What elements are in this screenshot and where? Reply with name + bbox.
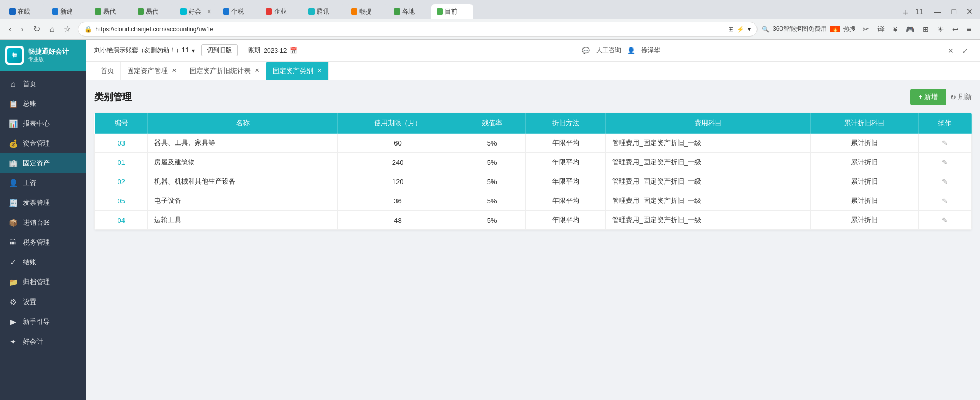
edit-cell-0[interactable]: ✎ (918, 134, 971, 153)
content-tab-close-1[interactable]: ✕ (172, 67, 177, 74)
edit-cell-2[interactable]: ✎ (918, 172, 971, 191)
switch-version-button[interactable]: 切到旧版 (201, 44, 238, 56)
sidebar-item-fixed[interactable]: 🏢 固定资产 (0, 153, 86, 173)
modal-close-button[interactable]: ✕ (945, 45, 957, 56)
new-tab-button[interactable]: + (899, 8, 911, 19)
browser-tab-t4[interactable]: 易代 (132, 4, 174, 19)
url-text: https://cloud.chanjet.com/accounting/uw1… (95, 26, 725, 33)
wallet-icon[interactable]: ¥ (890, 24, 900, 34)
add-category-button[interactable]: + 新增 (910, 89, 946, 105)
content-tab-close-3[interactable]: ✕ (317, 67, 322, 74)
sidebar-item-salary[interactable]: 👤 工资 (0, 173, 86, 193)
game-icon[interactable]: 🎮 (903, 24, 917, 34)
refresh-button[interactable]: ↻ 刷新 (950, 92, 972, 102)
sidebar-item-helper[interactable]: ✦ 好会计 (0, 332, 86, 351)
address-bar-row: ‹ › ↻ ⌂ ☆ 🔒 https://cloud.chanjet.com/ac… (0, 19, 980, 40)
content-tab-1[interactable]: 固定资产管理 ✕ (121, 62, 183, 80)
bookmark-button[interactable]: ☆ (61, 23, 73, 35)
sidebar-nav: ⌂ 首页📋 总账📊 报表中心💰 资金管理🏢 固定资产👤 工资🧾 发票管理📦 进销… (0, 71, 86, 400)
browser-tab-t9[interactable]: 畅提 (346, 4, 388, 19)
sidebar-item-trade[interactable]: 📦 进销台账 (0, 213, 86, 233)
data-cell-4-2: 48 (337, 211, 458, 230)
data-cell-0-2: 60 (337, 134, 458, 153)
edit-icon-3[interactable]: ✎ (942, 197, 948, 205)
minimize-button[interactable]: — (931, 6, 945, 17)
menu-icon[interactable]: ≡ (964, 24, 974, 34)
edit-icon-4[interactable]: ✎ (942, 216, 948, 224)
data-cell-2-5: 管理费用_固定资产折旧_一级 (606, 172, 810, 191)
tab-label: 各地 (402, 7, 415, 16)
data-cell-3-1: 电子设备 (148, 191, 337, 211)
content-tab-3[interactable]: 固定资产类别 ✕ (266, 62, 329, 80)
table-row: 02机器、机械和其他生产设备1205%年限平均管理费用_固定资产折旧_一级累计折… (95, 172, 972, 191)
content-tab-0[interactable]: 首页 (94, 62, 121, 80)
col-header-2: 使用期限（月） (337, 113, 458, 134)
browser-tab-t2[interactable]: 新建 (47, 4, 89, 19)
reload-button[interactable]: ↻ (31, 23, 43, 35)
translate-icon[interactable]: 译 (875, 23, 887, 35)
search-icon: 🔍 (762, 26, 770, 33)
sidebar-item-home[interactable]: ⌂ 首页 (0, 74, 86, 94)
nav-icon-salary: 👤 (8, 178, 18, 188)
edit-cell-3[interactable]: ✎ (918, 191, 971, 211)
username-label: 徐泽华 (641, 46, 660, 55)
col-header-7: 操作 (918, 113, 971, 134)
address-bar[interactable]: 🔒 https://cloud.chanjet.com/accounting/u… (78, 22, 758, 37)
content-tab-close-2[interactable]: ✕ (255, 67, 259, 74)
content-tab-label-2: 固定资产折旧统计表 (190, 66, 251, 76)
browser-tab-t5[interactable]: 好会 ✕ (175, 4, 217, 19)
data-table: 编号名称使用期限（月）残值率折旧方法费用科目累计折旧科目操作 03器具、工具、家… (94, 113, 972, 230)
browser-tab-t8[interactable]: 腾讯 (303, 4, 345, 19)
browser-tab-t1[interactable]: 在线 (4, 4, 46, 19)
content-tab-label-0: 首页 (101, 66, 114, 76)
data-cell-1-2: 240 (337, 153, 458, 172)
cut-icon[interactable]: ✂ (860, 24, 872, 34)
sidebar-item-tax[interactable]: 🏛 税务管理 (0, 233, 86, 252)
dropdown-icon: ▾ (192, 47, 195, 54)
browser-tab-t6[interactable]: 个税 (218, 4, 259, 19)
browser-tab-t3[interactable]: 易代 (90, 4, 131, 19)
sidebar-item-archive[interactable]: 📁 归档管理 (0, 272, 86, 292)
edit-icon-1[interactable]: ✎ (942, 159, 948, 166)
tab-close-icon[interactable]: ✕ (207, 8, 212, 15)
sidebar-item-fund[interactable]: 💰 资金管理 (0, 134, 86, 153)
sidebar-item-guide[interactable]: ▶ 新手引导 (0, 312, 86, 332)
nav-label-home: 首页 (23, 79, 36, 89)
content-tab-2[interactable]: 固定资产折旧统计表 ✕ (183, 62, 266, 80)
browser-tab-t7[interactable]: 企业 (260, 4, 302, 19)
consultant-label[interactable]: 人工咨询 (596, 46, 621, 55)
topbar-right: 💬 人工咨询 👤 徐泽华 (582, 46, 660, 55)
tab-label: 企业 (274, 7, 287, 16)
maximize-button[interactable]: □ (949, 6, 959, 17)
undo-icon[interactable]: ↩ (950, 24, 961, 34)
hot-badge: 🔥 (830, 26, 840, 32)
table-row: 05电子设备365%年限平均管理费用_固定资产折旧_一级累计折旧✎ (95, 191, 972, 211)
brightness-icon[interactable]: ☀ (935, 24, 947, 34)
grid-icon[interactable]: ⊞ (920, 24, 932, 34)
sidebar-subtitle: 专业版 (28, 56, 69, 63)
browser-tab-t10[interactable]: 各地 (389, 4, 430, 19)
search-text: 360智能抠图免费用 (773, 25, 827, 33)
sidebar-item-settings[interactable]: ⚙ 设置 (0, 292, 86, 312)
edit-cell-4[interactable]: ✎ (918, 211, 971, 230)
back-button[interactable]: ‹ (6, 23, 14, 35)
forward-button[interactable]: › (18, 23, 26, 35)
table-header: 编号名称使用期限（月）残值率折旧方法费用科目累计折旧科目操作 (95, 113, 972, 134)
edit-icon-2[interactable]: ✎ (942, 178, 948, 186)
tab-favicon (223, 8, 229, 15)
sidebar-item-ledger[interactable]: 📋 总账 (0, 94, 86, 114)
sidebar-item-report[interactable]: 📊 报表中心 (0, 114, 86, 134)
data-cell-3-6: 累计折旧 (810, 191, 918, 211)
data-cell-4-4: 年限平均 (525, 211, 606, 230)
browser-tab-t11[interactable]: 目前 (431, 4, 473, 19)
home-button[interactable]: ⌂ (47, 23, 57, 35)
edit-cell-1[interactable]: ✎ (918, 153, 971, 172)
sidebar-item-settle[interactable]: ✓ 结账 (0, 252, 86, 272)
close-window-button[interactable]: ✕ (963, 6, 976, 17)
edit-icon-0[interactable]: ✎ (942, 139, 948, 147)
modal-expand-button[interactable]: ⤢ (959, 45, 972, 56)
logo-text: 畅 (12, 52, 17, 59)
tab-count-badge[interactable]: 11 (912, 6, 927, 17)
sidebar-item-invoice[interactable]: 🧾 发票管理 (0, 193, 86, 213)
user-avatar-icon: 👤 (627, 47, 635, 54)
